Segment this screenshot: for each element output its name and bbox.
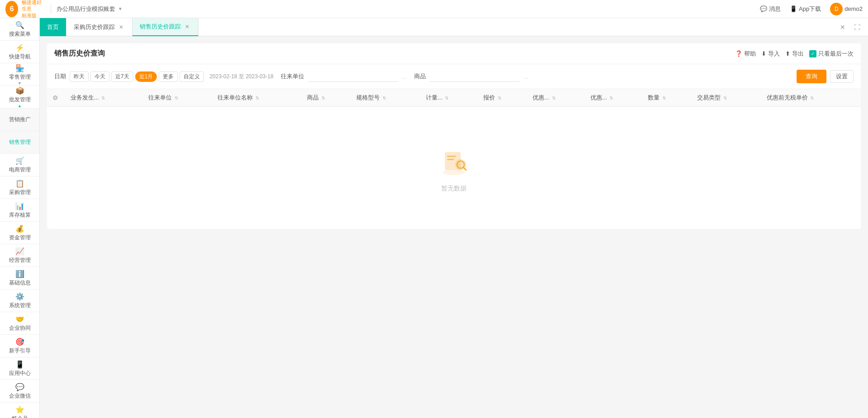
- sidebar-item-quick-nav[interactable]: ⚡ 快捷导航: [0, 41, 39, 63]
- sort-icon: ⇅: [810, 95, 814, 100]
- sidebar-item-label: 搜索菜单: [9, 30, 31, 38]
- sidebar-item-app-center[interactable]: 📱 应用中心: [0, 357, 39, 380]
- svg-point-0: [443, 170, 465, 175]
- import-label: 导入: [768, 50, 780, 58]
- filter-settings-button[interactable]: 设置: [830, 70, 854, 83]
- sidebar-item-ecom-mgmt[interactable]: 🛒 电商管理: [0, 154, 39, 176]
- sidebar-item-sales-mgmt[interactable]: 销售管理: [0, 131, 39, 154]
- th-product[interactable]: 商品 ⇅: [302, 89, 351, 107]
- help-button[interactable]: ❓ 帮助: [735, 50, 756, 58]
- sidebar-item-member[interactable]: ⭐ 畅会员: [0, 403, 39, 418]
- sidebar-item-retail-mgmt[interactable]: 🏪 零售管理 ▼: [0, 63, 39, 86]
- sort-icon: ⇅: [723, 95, 727, 100]
- th-quote-label: 报价: [483, 94, 495, 101]
- th-partner-name[interactable]: 往来单位名称 ⇅: [212, 89, 302, 107]
- tab-sales-history[interactable]: 销售历史价跟踪 ✕: [132, 18, 198, 36]
- app-name: 畅捷通好生意: [22, 0, 45, 12]
- sidebar-item-purchase-mgmt[interactable]: 📋 采购管理: [0, 176, 39, 199]
- date-btn-yesterday[interactable]: 昨天: [70, 71, 89, 82]
- date-btn-7days[interactable]: 近7天: [111, 71, 133, 82]
- gear-icon[interactable]: ⚙: [52, 94, 58, 101]
- th-qty[interactable]: 数量 ⇅: [642, 89, 692, 107]
- tab-purchase-label: 采购历史价跟踪: [74, 23, 115, 31]
- export-button[interactable]: ⬆ 导出: [785, 50, 804, 58]
- tab-home-label: 首页: [47, 23, 59, 31]
- date-buttons: 昨天 今天 近7天 近1月 更多 自定义: [70, 71, 204, 82]
- only-last-checkbox[interactable]: ✓ 只看最后一次: [809, 50, 854, 58]
- date-btn-today[interactable]: 今天: [90, 71, 109, 82]
- sidebar-item-inventory[interactable]: 📊 库存核算: [0, 199, 39, 222]
- page-content: 销售历史价查询 ❓ 帮助 ⬇ 导入 ⬆ 导出: [40, 36, 868, 418]
- inventory-icon: 📊: [15, 202, 24, 210]
- th-discount2[interactable]: 优惠... ⇅: [585, 89, 643, 107]
- app-subtitle: 标准版: [22, 12, 45, 19]
- sidebar-item-label: 快捷导航: [9, 53, 31, 61]
- sort-icon: ⇅: [662, 95, 666, 100]
- tab-purchase-close[interactable]: ✕: [118, 24, 125, 31]
- sort-icon: ⇅: [101, 95, 105, 100]
- th-partner-code[interactable]: 往来单位 ⇅: [143, 89, 212, 107]
- sidebar-item-label: 企业微信: [9, 392, 31, 400]
- th-trade-type-label: 交易类型: [697, 94, 721, 101]
- search-button[interactable]: 查询: [797, 70, 826, 83]
- partner-input[interactable]: [308, 71, 398, 82]
- sidebar-item-label: 畅会员: [12, 415, 28, 418]
- tab-sales-close[interactable]: ✕: [184, 23, 191, 30]
- sidebar-item-marketing[interactable]: 营销推广: [0, 109, 39, 131]
- export-label: 导出: [792, 50, 804, 58]
- date-btn-more[interactable]: 更多: [159, 71, 178, 82]
- app-selector[interactable]: 办公用品行业模拟账套 ▼: [57, 5, 760, 13]
- date-btn-1month[interactable]: 近1月: [135, 71, 157, 82]
- app-download-button[interactable]: 📱 App下载: [790, 5, 821, 13]
- avatar: D: [830, 3, 843, 15]
- sidebar-item-label: 零售管理: [9, 73, 31, 81]
- close-window-btn[interactable]: ✕: [837, 22, 848, 33]
- import-button[interactable]: ⬇ 导入: [761, 50, 780, 58]
- quick-nav-icon: ⚡: [15, 43, 24, 52]
- sidebar-item-search-menu[interactable]: 🔍 搜索菜单: [0, 18, 39, 41]
- sort-icon: ⇅: [255, 95, 259, 100]
- empty-icon: [436, 143, 472, 179]
- partner-dots: ...: [402, 73, 407, 80]
- sidebar-item-finance[interactable]: 💰 资金管理: [0, 222, 39, 244]
- purchase-icon: 📋: [15, 179, 24, 188]
- empty-text: 暂无数据: [441, 185, 467, 193]
- sort-icon: ⇅: [552, 95, 556, 100]
- partner-filter-group: 往来单位 ...: [281, 71, 407, 82]
- product-filter-group: 商品 ...: [414, 71, 528, 82]
- user-menu[interactable]: D demo2: [830, 3, 863, 15]
- sidebar-item-enterprise[interactable]: 🤝 企业协同: [0, 312, 39, 335]
- tab-sales-label: 销售历史价跟踪: [140, 23, 181, 31]
- export-icon: ⬆: [785, 50, 790, 57]
- product-input[interactable]: [429, 71, 520, 82]
- th-discount1[interactable]: 优惠... ⇅: [527, 89, 585, 107]
- th-biz-date[interactable]: 业务发生... ⇅: [65, 89, 143, 107]
- svg-rect-3: [447, 159, 454, 160]
- sidebar-item-label: 经营管理: [9, 256, 31, 264]
- th-trade-type[interactable]: 交易类型 ⇅: [692, 89, 761, 107]
- th-quote[interactable]: 报价 ⇅: [478, 89, 527, 107]
- wholesale-icon: 📦: [15, 86, 24, 95]
- maximize-window-btn[interactable]: ⛶: [852, 22, 863, 33]
- sidebar-item-label: 系统管理: [9, 302, 31, 309]
- tab-bar: 首页 采购历史价跟踪 ✕ 销售历史价跟踪 ✕ ✕ ⛶: [40, 18, 868, 36]
- tab-purchase-history[interactable]: 采购历史价跟踪 ✕: [66, 18, 132, 36]
- th-unit[interactable]: 计量... ⇅: [420, 89, 478, 107]
- table-wrapper: ⚙ 业务发生... ⇅ 往来单位 ⇅: [47, 89, 861, 229]
- sidebar-item-basic-info[interactable]: ℹ️ 基础信息: [0, 267, 39, 290]
- th-no-tax-price[interactable]: 优惠前无税单价 ⇅: [761, 89, 861, 107]
- sidebar-item-beginner[interactable]: 🎯 新手引导: [0, 335, 39, 357]
- sidebar-item-label: 采购管理: [9, 189, 31, 196]
- logo-char: 6: [10, 5, 14, 13]
- date-btn-custom[interactable]: 自定义: [179, 71, 204, 82]
- sidebar-item-system-mgmt[interactable]: ⚙️ 系统管理: [0, 290, 39, 312]
- sidebar-item-wholesale-mgmt[interactable]: 📦 批发管理 ▲: [0, 86, 39, 109]
- sidebar-item-wechat-biz[interactable]: 💬 企业微信: [0, 380, 39, 403]
- filter-right: 查询 设置: [797, 70, 854, 83]
- filter-bar: 日期 昨天 今天 近7天 近1月 更多 自定义 2023-02-18 至 202…: [47, 64, 861, 89]
- message-button[interactable]: 💬 消息: [760, 5, 781, 13]
- tab-home[interactable]: 首页: [40, 18, 66, 36]
- th-gear[interactable]: ⚙: [47, 89, 65, 107]
- sidebar-item-operations[interactable]: 📈 经营管理: [0, 244, 39, 267]
- th-spec[interactable]: 规格型号 ⇅: [351, 89, 420, 107]
